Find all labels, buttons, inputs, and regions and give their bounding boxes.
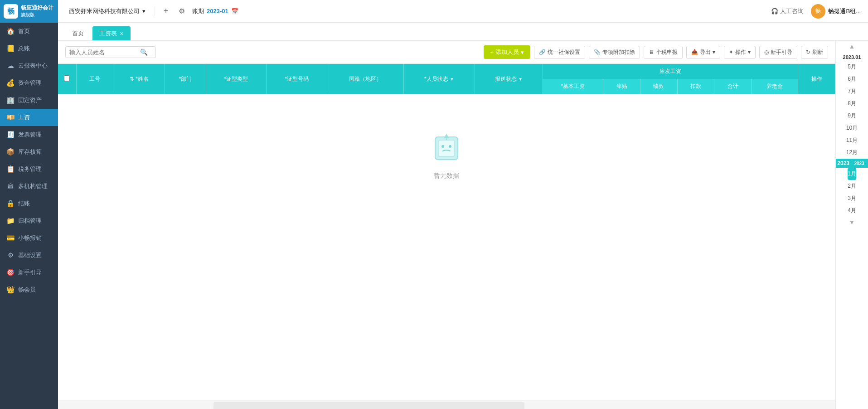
refresh-button[interactable]: ↻ 刷新 xyxy=(801,46,828,59)
th-deduction: 扣款 xyxy=(677,79,714,94)
th-base-salary: *基本工资 xyxy=(543,79,603,94)
tax-icon: 🖥 xyxy=(649,49,654,55)
th-person-status[interactable]: *人员状态 ▼ xyxy=(403,64,475,94)
operations-button[interactable]: ✦ 操作 ▾ xyxy=(724,46,756,59)
sidebar-item-fixed-assets[interactable]: 🏢 固定资产 xyxy=(0,92,58,109)
vip-icon: 👑 xyxy=(6,286,15,294)
th-id-type: *证型类型 xyxy=(206,64,267,94)
cloud-report-icon: ☁ xyxy=(6,62,15,70)
svg-point-2 xyxy=(441,145,444,148)
toolbar-right: + 添加人员 ▾ 🔗 统一社保设置 📎 专项附加扣除 🖥 个税申报 xyxy=(484,45,828,59)
sidebar-item-label: 固定资产 xyxy=(18,96,42,104)
calendar-icon[interactable]: 📅 xyxy=(231,8,238,15)
multi-org-icon: 🏛 xyxy=(6,183,15,190)
calendar-month-curr-1月[interactable]: 1月 xyxy=(848,168,856,180)
calendar-month-prev-11月[interactable]: 11月 xyxy=(846,134,858,146)
sidebar-item-payroll[interactable]: 💴 工资 xyxy=(0,109,58,126)
calendar-month-prev-5月[interactable]: 5月 xyxy=(846,61,858,73)
sidebar-item-multi-org[interactable]: 🏛 多机构管理 xyxy=(0,178,58,195)
ops-label: 操作 xyxy=(735,49,746,56)
sidebar-item-archive[interactable]: 📁 归档管理 xyxy=(0,212,58,229)
calendar-month-prev-10月[interactable]: 10月 xyxy=(846,122,858,134)
sidebar-item-label: 小畅报销 xyxy=(18,234,42,242)
tab-首页[interactable]: 首页 xyxy=(65,26,91,40)
app-logo: 畅 畅应通好会计 旗舰版 xyxy=(0,0,58,23)
support-button[interactable]: 🎧 人工咨询 xyxy=(771,7,804,15)
sidebar-item-label: 归档管理 xyxy=(18,217,42,225)
social-security-button[interactable]: 🔗 统一社保设置 xyxy=(534,46,585,59)
calendar-month-curr-2月[interactable]: 2月 xyxy=(848,180,856,192)
calendar-panel: ▲ 2023.01 5月6月7月8月9月10月11月12月 2023 2023 … xyxy=(835,41,868,409)
select-all-checkbox[interactable] xyxy=(64,75,70,81)
sidebar-item-cloud-report[interactable]: ☁ 云报表中心 xyxy=(0,57,58,74)
bottom-scrollbar[interactable] xyxy=(58,400,835,409)
fund-icon: 💰 xyxy=(6,79,15,87)
calendar-month-curr-3月[interactable]: 3月 xyxy=(848,192,856,204)
period-label: 账期 xyxy=(192,7,204,15)
tab-工资表[interactable]: 工资表✕ xyxy=(92,26,131,40)
table-area: 🔍 + 添加人员 ▾ 🔗 统一社保设置 📎 专项附加扣除 xyxy=(58,41,835,409)
special-deduction-button[interactable]: 📎 专项附加扣除 xyxy=(589,46,640,59)
sidebar-item-fund[interactable]: 💰 资金管理 xyxy=(0,74,58,92)
export-label: 导出 xyxy=(700,49,711,56)
user-name: 畅提通B组... xyxy=(828,7,861,15)
sidebar-nav: 🏠 首页📒 总账☁ 云报表中心💰 资金管理🏢 固定资产💴 工资🧾 发票管理📦 xyxy=(0,23,58,409)
th-performance: 绩效 xyxy=(640,79,677,94)
guide-icon: ◎ xyxy=(764,49,769,55)
sidebar-item-invoice[interactable]: 🧾 发票管理 xyxy=(0,126,58,143)
empty-text: 暂无数据 xyxy=(434,172,459,180)
th-allowance: 津贴 xyxy=(603,79,640,94)
svg-rect-1 xyxy=(438,140,455,156)
user-menu[interactable]: 畅 畅提通B组... xyxy=(811,4,861,19)
calendar-year-2023: 2023 2023 xyxy=(836,159,868,168)
sidebar-item-vip[interactable]: 👑 畅会员 xyxy=(0,281,58,298)
logo-text: 畅应通好会计 xyxy=(21,5,53,12)
sidebar-item-settings[interactable]: ⚙ 基础设置 xyxy=(0,247,58,264)
sidebar-item-guide[interactable]: 🎯 新手引导 xyxy=(0,264,58,281)
settings-icon: ⚙ xyxy=(6,251,15,259)
th-report-status[interactable]: 报送状态 ▼ xyxy=(475,64,543,94)
payroll-icon: 💴 xyxy=(6,113,15,122)
support-label: 人工咨询 xyxy=(780,7,804,15)
settings-icon[interactable]: ⚙ xyxy=(177,5,187,17)
calendar-scroll-down[interactable]: ▼ xyxy=(836,217,868,228)
tab-close-icon[interactable]: ✕ xyxy=(120,31,124,36)
sidebar-item-expense[interactable]: 💳 小畅报销 xyxy=(0,229,58,247)
ops-chevron: ▾ xyxy=(748,49,751,55)
calendar-month-curr-4月[interactable]: 4月 xyxy=(848,204,856,217)
period-value: 2023-01 xyxy=(207,8,228,15)
home-icon: 🏠 xyxy=(6,27,15,35)
sidebar-item-ledger[interactable]: 📒 总账 xyxy=(0,40,58,57)
sidebar-item-inventory[interactable]: 📦 库存核算 xyxy=(0,143,58,161)
add-icon: + xyxy=(490,49,494,56)
company-selector[interactable]: 西安虾米网络科技有限公司 ▾ xyxy=(65,5,149,17)
sidebar-item-label: 库存核算 xyxy=(18,148,42,156)
table-wrap: 工号 ⇅ *姓名 *部门 *证型类型 *证型号码 国籍（地区） *人员状态 ▼ xyxy=(58,64,835,400)
sidebar-item-home[interactable]: 🏠 首页 xyxy=(0,23,58,40)
sidebar-item-tax[interactable]: 📋 税务管理 xyxy=(0,161,58,178)
avatar: 畅 xyxy=(811,4,825,19)
calendar-scroll-up[interactable]: ▲ xyxy=(836,41,868,52)
guide-button[interactable]: ◎ 新手引导 xyxy=(759,46,797,59)
export-button[interactable]: 📥 导出 ▾ xyxy=(686,46,720,59)
calendar-month-prev-6月[interactable]: 6月 xyxy=(846,73,858,85)
add-person-button[interactable]: + 添加人员 ▾ xyxy=(484,45,530,59)
tab-label: 工资表 xyxy=(99,30,117,37)
calendar-month-prev-8月[interactable]: 8月 xyxy=(846,97,858,110)
th-id-number: *证型号码 xyxy=(267,64,327,94)
add-company-button[interactable]: + xyxy=(160,6,171,17)
divider xyxy=(155,7,155,16)
sidebar-item-close[interactable]: 🔒 结账 xyxy=(0,195,58,212)
search-input[interactable] xyxy=(69,49,137,56)
calendar-month-prev-12月[interactable]: 12月 xyxy=(846,146,858,159)
checkbox-th[interactable] xyxy=(58,64,76,94)
calendar-month-prev-9月[interactable]: 9月 xyxy=(846,110,858,122)
main-area: 西安虾米网络科技有限公司 ▾ + ⚙ 账期 2023-01 📅 🎧 人工咨询 畅… xyxy=(58,0,868,409)
search-icon: 🔍 xyxy=(140,49,148,56)
sidebar-item-label: 多机构管理 xyxy=(18,182,48,190)
ledger-icon: 📒 xyxy=(6,44,15,53)
tax-declaration-button[interactable]: 🖥 个税申报 xyxy=(644,46,683,59)
calendar-month-prev-7月[interactable]: 7月 xyxy=(846,85,858,97)
sidebar-item-label: 新手引导 xyxy=(18,268,42,277)
year-label: 2023 xyxy=(837,160,849,166)
